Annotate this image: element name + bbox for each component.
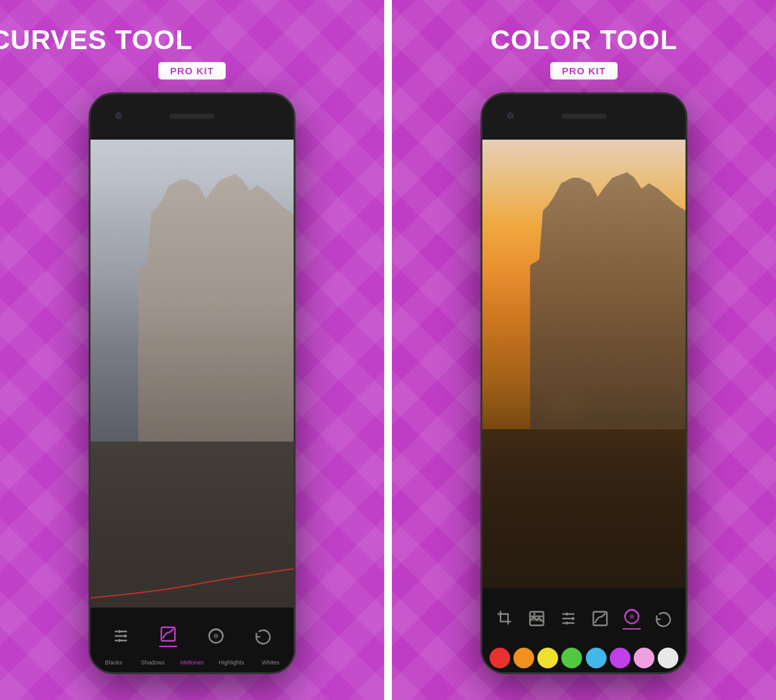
building-shape-right [502, 156, 685, 429]
color-circle-white[interactable] [658, 648, 678, 668]
color-toolbar-colorwheel[interactable] [623, 608, 641, 630]
building-shape-left [111, 157, 294, 441]
power-button [294, 185, 296, 207]
curves-toolbar: Blacks Shadows Midtones Highlights White… [91, 608, 294, 672]
svg-point-6 [118, 630, 121, 633]
svg-point-25 [629, 615, 634, 619]
phone-top-bar [91, 94, 294, 140]
color-circle-cyan[interactable] [586, 648, 607, 668]
color-phone-body [480, 92, 687, 674]
curves-photo [91, 133, 294, 608]
color-phone-top-bar [482, 94, 685, 140]
color-toolbar-layers[interactable] [528, 610, 546, 628]
curves-toolbar-colorwheel[interactable] [207, 627, 225, 645]
svg-point-22 [565, 622, 568, 625]
curves-panel: CURVES TOOL PRO KIT [0, 0, 384, 700]
svg-point-13 [533, 613, 535, 615]
phone-speaker [169, 114, 215, 119]
curves-toolbar-sliders[interactable] [112, 627, 130, 645]
curves-phone-body: Blacks Shadows Midtones Highlights White… [89, 92, 296, 674]
curves-toolbar-history[interactable] [254, 627, 272, 645]
color-phone [474, 92, 694, 700]
color-toolbar [482, 588, 685, 672]
color-toolbar-icons [482, 588, 685, 644]
front-camera [115, 112, 122, 119]
svg-point-11 [213, 634, 218, 639]
curves-toolbar-curve[interactable] [159, 625, 177, 647]
phone-speaker-right [561, 114, 607, 119]
panel-divider [384, 0, 392, 700]
label-shadows: Shadows [135, 659, 171, 666]
color-circle-pink[interactable] [634, 648, 654, 668]
color-phone-screen [482, 133, 685, 672]
svg-point-8 [118, 639, 121, 642]
curves-pro-kit-badge: PRO KIT [158, 62, 226, 80]
label-midtones: Midtones [174, 659, 210, 666]
color-circle-orange[interactable] [513, 648, 534, 668]
color-panel: COLOR TOOL PRO KIT [392, 0, 776, 700]
color-toolbar-crop[interactable] [496, 610, 514, 628]
color-title: COLOR TOOL [490, 25, 677, 56]
street-right [482, 429, 685, 588]
color-toolbar-history[interactable] [654, 610, 673, 628]
curves-phone: Blacks Shadows Midtones Highlights White… [82, 92, 302, 700]
color-circle-purple[interactable] [610, 648, 630, 668]
color-circle-green[interactable] [561, 648, 582, 668]
label-highlights: Highlights [213, 659, 250, 666]
label-whites: Whites [253, 659, 289, 666]
curves-phone-screen: Blacks Shadows Midtones Highlights White… [91, 133, 294, 672]
color-photo-bg [482, 133, 685, 588]
curves-title: CURVES TOOL [0, 25, 193, 56]
curves-toolbar-icons [91, 608, 294, 659]
curves-line-area [91, 566, 294, 604]
color-pro-kit-badge: PRO KIT [550, 62, 618, 80]
color-toolbar-curve[interactable] [591, 610, 609, 628]
color-toolbar-sliders[interactable] [559, 610, 577, 628]
svg-point-21 [571, 617, 574, 620]
color-circle-yellow[interactable] [537, 648, 558, 668]
svg-point-7 [124, 635, 127, 638]
curves-photo-bg [91, 133, 294, 608]
front-camera-right [507, 112, 513, 119]
color-photo [482, 133, 685, 588]
label-blacks: Blacks [95, 659, 131, 666]
color-circles-row [482, 644, 685, 672]
curves-toolbar-labels: Blacks Shadows Midtones Highlights White… [91, 659, 294, 672]
power-button-right [685, 185, 687, 207]
svg-point-20 [565, 613, 568, 616]
color-circle-red[interactable] [490, 648, 510, 668]
